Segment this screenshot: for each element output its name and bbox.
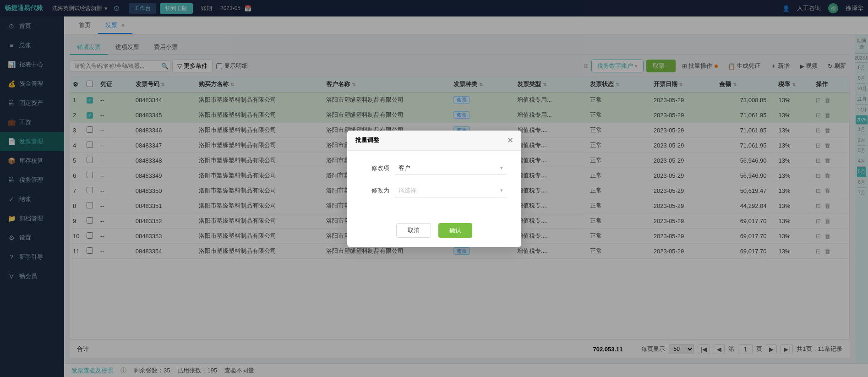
- modify-to-label: 修改为: [362, 186, 389, 195]
- modal-header: 批量调整 ✕: [347, 131, 521, 151]
- modal-footer: 取消 确认: [347, 218, 521, 247]
- confirm-btn[interactable]: 确认: [438, 223, 472, 238]
- modify-to-chevron: ▾: [500, 187, 503, 193]
- modify-field-chevron: ▾: [500, 165, 503, 171]
- modify-to-select[interactable]: 请选择 ▾: [395, 184, 507, 197]
- modify-field-select[interactable]: 客户 ▾: [395, 162, 507, 175]
- cancel-btn[interactable]: 取消: [396, 223, 431, 238]
- batch-adjust-modal: 批量调整 ✕ 修改项 客户 ▾ 修改为 请选择 ▾ 取消 确认: [347, 131, 521, 247]
- modify-to-placeholder: 请选择: [399, 186, 416, 195]
- modal-close-btn[interactable]: ✕: [507, 136, 513, 145]
- modal-title: 批量调整: [355, 136, 379, 144]
- modify-field-label: 修改项: [362, 164, 389, 172]
- modal-body: 修改项 客户 ▾ 修改为 请选择 ▾: [347, 151, 521, 218]
- modify-field-row: 修改项 客户 ▾: [362, 162, 507, 175]
- modify-field-value: 客户: [399, 164, 410, 172]
- modal-overlay: 批量调整 ✕ 修改项 客户 ▾ 修改为 请选择 ▾ 取消 确认: [0, 0, 868, 377]
- modify-to-row: 修改为 请选择 ▾: [362, 184, 507, 197]
